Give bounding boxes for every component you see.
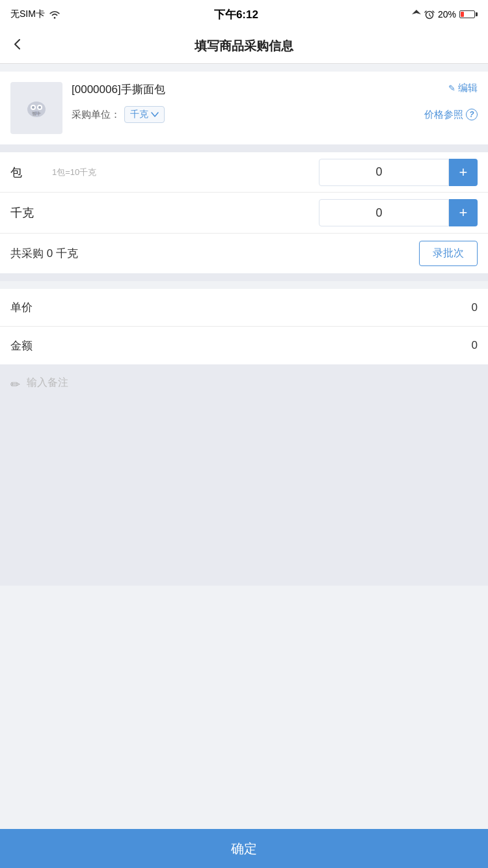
svg-text:智十: 智十 <box>32 111 41 116</box>
bottom-padding <box>0 586 488 625</box>
unit-price-value: 0 <box>472 301 478 314</box>
bao-input-group: + <box>319 159 478 186</box>
product-thumb-icon: 智十 <box>22 94 51 122</box>
edit-label: 编辑 <box>458 82 478 94</box>
page-title: 填写商品采购信息 <box>195 38 293 55</box>
remark-placeholder: 输入备注 <box>27 376 68 390</box>
kg-input-group: + <box>319 199 478 226</box>
battery-icon <box>459 10 478 18</box>
price-ref-label: 价格参照 <box>424 109 463 121</box>
location-icon <box>412 10 421 19</box>
product-card: 智十 [0000006]手撕面包 ✎ 编辑 采购单位： 千克 价格参照 <box>0 72 488 144</box>
bao-row: 包 1包=10千克 + <box>0 152 488 193</box>
unit-price-label: 单价 <box>10 300 33 315</box>
product-name: [0000006]手撕面包 <box>72 82 165 97</box>
amount-label: 金额 <box>10 338 33 353</box>
bao-label: 包 <box>10 165 49 180</box>
svg-point-5 <box>32 106 34 109</box>
amount-row: 金额 0 <box>0 327 488 364</box>
section-divider-2 <box>0 273 488 281</box>
chevron-down-icon <box>151 112 159 117</box>
unit-label: 采购单位： <box>72 109 120 121</box>
status-right: 20% <box>412 9 478 20</box>
kg-plus-button[interactable]: + <box>449 199 478 226</box>
unit-value: 千克 <box>130 109 148 120</box>
total-label: 共采购 0 千克 <box>10 246 78 261</box>
svg-point-6 <box>38 106 41 109</box>
svg-marker-0 <box>412 10 421 14</box>
nav-bar: 填写商品采购信息 <box>0 29 488 64</box>
pencil-icon: ✏ <box>10 377 20 392</box>
price-ref-button[interactable]: 价格参照 ? <box>424 109 478 121</box>
back-button[interactable] <box>10 37 25 55</box>
bao-input[interactable] <box>319 159 449 186</box>
confirm-label: 确定 <box>231 840 257 858</box>
network-label: 无SIM卡 <box>10 8 45 20</box>
product-thumbnail: 智十 <box>10 82 62 134</box>
remark-section[interactable]: ✏ 输入备注 <box>0 364 488 586</box>
section-divider-1 <box>0 144 488 152</box>
edit-icon: ✎ <box>448 83 455 93</box>
status-left: 无SIM卡 <box>10 8 61 20</box>
info-icon: ? <box>466 109 478 120</box>
alarm-icon <box>424 9 435 20</box>
status-bar: 无SIM卡 下午6:12 20% <box>0 0 488 29</box>
unit-price-row: 单价 0 <box>0 289 488 327</box>
input-section: 包 1包=10千克 + 千克 + <box>0 152 488 233</box>
batch-button[interactable]: 录批次 <box>419 241 478 266</box>
bao-plus-button[interactable]: + <box>449 159 478 186</box>
unit-select[interactable]: 千克 <box>124 106 165 123</box>
total-row: 共采购 0 千克 录批次 <box>0 233 488 273</box>
product-info: [0000006]手撕面包 ✎ 编辑 采购单位： 千克 价格参照 ? <box>72 82 478 123</box>
kg-input[interactable] <box>319 199 449 226</box>
bao-sublabel: 1包=10千克 <box>52 167 96 178</box>
kg-row: 千克 + <box>0 193 488 233</box>
battery-pct: 20% <box>438 9 456 20</box>
confirm-button[interactable]: 确定 <box>0 829 488 868</box>
amount-value: 0 <box>472 339 478 352</box>
edit-button[interactable]: ✎ 编辑 <box>448 82 478 94</box>
status-time: 下午6:12 <box>214 7 258 22</box>
price-section: 单价 0 金额 0 <box>0 289 488 364</box>
kg-label: 千克 <box>10 205 49 221</box>
wifi-icon <box>49 10 61 19</box>
